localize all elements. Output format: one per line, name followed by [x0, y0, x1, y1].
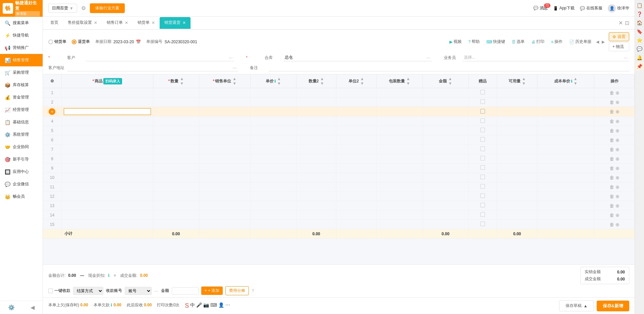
- delete-icon[interactable]: 🗑: [609, 203, 614, 208]
- right-panel-message-icon[interactable]: 💬: [635, 45, 644, 53]
- th-settings[interactable]: ⚙: [43, 74, 61, 88]
- tab-sales-return[interactable]: 销货退货 ✕: [160, 17, 191, 29]
- payment-checkbox-box[interactable]: [48, 289, 53, 293]
- settings-bottom-icon[interactable]: ⚙️: [8, 304, 15, 311]
- user-area[interactable]: 👤 徐泽华: [608, 4, 629, 12]
- gift-checkbox[interactable]: [480, 203, 485, 207]
- save-new-btn[interactable]: 保存&新增: [597, 301, 629, 311]
- copy-icon[interactable]: ⊕: [615, 184, 620, 190]
- tab-close-order[interactable]: ✕: [125, 20, 128, 25]
- delete-icon[interactable]: 🗑: [609, 166, 614, 171]
- sidebar-item-wechat[interactable]: 💬 企业微信: [0, 178, 43, 190]
- delete-icon[interactable]: 🗑: [609, 212, 614, 218]
- right-panel-bookmark-icon[interactable]: 🔖: [635, 27, 644, 36]
- right-panel-home-icon[interactable]: 🏠: [635, 19, 644, 27]
- delete-icon[interactable]: 🗑: [609, 194, 614, 199]
- radio-return-bill[interactable]: 退货单: [72, 39, 90, 45]
- customer-dots-icon[interactable]: ···: [229, 55, 233, 60]
- sidebar-item-apps[interactable]: 🔲 应用中心: [0, 166, 43, 178]
- scan-btn[interactable]: 扫码录入: [103, 78, 122, 84]
- tab-sales-order[interactable]: 销售订单 ✕: [102, 17, 133, 29]
- delete-icon[interactable]: 🗑: [609, 119, 614, 124]
- calendar-icon[interactable]: 📅: [136, 40, 141, 44]
- right-panel-bell-icon[interactable]: 🔔: [635, 54, 644, 62]
- sidebar-item-inventory[interactable]: 📦 库存核算: [0, 79, 43, 91]
- logistics-btn[interactable]: + 物流: [609, 42, 629, 51]
- copy-icon[interactable]: ⊕: [615, 222, 620, 227]
- delete-icon[interactable]: 🗑: [609, 156, 614, 162]
- payment-checkbox[interactable]: 一键收款: [48, 288, 70, 294]
- toolbar-operation[interactable]: ≡ 操作: [549, 38, 565, 46]
- copy-icon[interactable]: ⊕: [615, 100, 620, 105]
- right-panel-help-icon[interactable]: ❓: [635, 10, 644, 18]
- delete-icon[interactable]: 🗑: [609, 109, 614, 114]
- right-panel-doc-icon[interactable]: 📋: [635, 1, 644, 9]
- tab-close-price[interactable]: ✕: [94, 20, 97, 25]
- product-input[interactable]: [64, 108, 151, 115]
- toolbar-history[interactable]: 📄 历史单据: [567, 38, 593, 46]
- gift-checkbox[interactable]: [480, 212, 485, 217]
- gift-checkbox[interactable]: [480, 137, 485, 142]
- gift-checkbox[interactable]: [480, 193, 485, 198]
- remark-input[interactable]: [269, 64, 629, 71]
- sidebar-item-enterprise[interactable]: 🤝 企业协同: [0, 141, 43, 153]
- fee-help-icon[interactable]: ?: [252, 289, 254, 293]
- sidebar-item-purchase[interactable]: 🛒 采购管理: [0, 66, 43, 79]
- industry-select[interactable]: 日用百货 ▼: [48, 4, 77, 13]
- warehouse-input[interactable]: 总仓 ···: [283, 54, 431, 61]
- gift-checkbox[interactable]: [480, 128, 485, 132]
- bank-select[interactable]: 账号: [125, 287, 152, 295]
- copy-icon[interactable]: ⊕: [615, 90, 620, 96]
- tab-close-return[interactable]: ✕: [182, 20, 186, 25]
- staff-input[interactable]: 选择... ···: [463, 54, 629, 61]
- sidebar-item-operation[interactable]: 📈 经营管理: [0, 104, 43, 116]
- gift-checkbox-active[interactable]: [480, 109, 485, 114]
- sidebar-item-search[interactable]: 🔍 搜索菜单: [0, 17, 43, 29]
- delete-icon[interactable]: 🗑: [609, 128, 614, 133]
- tab-home[interactable]: 首页: [46, 17, 63, 29]
- address-input[interactable]: ···: [67, 64, 238, 71]
- right-panel-star-icon[interactable]: ⭐: [635, 36, 644, 44]
- delete-icon[interactable]: 🗑: [609, 137, 614, 143]
- delete-icon[interactable]: 🗑: [609, 100, 614, 105]
- copy-icon[interactable]: ⊕: [615, 137, 620, 143]
- gift-checkbox[interactable]: [480, 165, 485, 170]
- toolbar-video[interactable]: ▶ 视频: [447, 38, 464, 46]
- copy-icon[interactable]: ⊕: [615, 128, 620, 133]
- gift-checkbox[interactable]: [480, 118, 485, 123]
- delete-icon[interactable]: 🗑: [609, 222, 614, 227]
- settings-btn[interactable]: ⚙ 设置: [609, 32, 629, 41]
- customer-input[interactable]: ···: [86, 54, 234, 61]
- toolbar-shortcut[interactable]: ⌨ 快捷键: [484, 38, 507, 46]
- notification-area[interactable]: 💬 消息 70: [533, 5, 547, 11]
- sidebar-item-basic[interactable]: 📋 基础信息: [0, 116, 43, 128]
- fee-split-btn[interactable]: 费用分摊: [225, 286, 249, 295]
- sidebar-item-marketing[interactable]: 📢 营销推广: [0, 42, 43, 54]
- sidebar-item-newguide[interactable]: 🎯 新手引导: [0, 153, 43, 166]
- nav-next-icon[interactable]: ▶: [602, 40, 605, 44]
- sidebar-item-shortcut[interactable]: ⚡ 快捷导航: [0, 29, 43, 42]
- gift-checkbox[interactable]: [480, 175, 485, 179]
- copy-icon[interactable]: ⊕: [615, 156, 620, 162]
- collapse-icon[interactable]: ◀: [31, 304, 35, 311]
- experience-btn[interactable]: 体验行业方案: [90, 3, 125, 13]
- toolbar-print[interactable]: 🖨 打印: [529, 38, 546, 46]
- close-window-icon[interactable]: ✕: [619, 20, 623, 26]
- delete-icon[interactable]: 🗑: [609, 90, 614, 96]
- delete-icon[interactable]: 🗑: [609, 147, 614, 152]
- sidebar-item-system[interactable]: ⚙️ 系统管理: [0, 128, 43, 141]
- save-draft-btn[interactable]: 保存草稿 ▲: [559, 300, 594, 311]
- maximize-icon[interactable]: ⊡: [625, 20, 629, 26]
- copy-icon[interactable]: ⊕: [615, 212, 620, 218]
- online-service[interactable]: 💬 在线客服: [580, 5, 602, 11]
- gift-checkbox[interactable]: [480, 222, 485, 226]
- sidebar-item-member[interactable]: 👑 畅会员: [0, 190, 43, 203]
- copy-icon[interactable]: ⊕: [615, 166, 620, 171]
- sidebar-item-finance[interactable]: 💰 资金管理: [0, 91, 43, 104]
- toolbar-select[interactable]: ☰ 选单: [510, 38, 527, 46]
- address-dots-icon[interactable]: ···: [233, 65, 237, 70]
- tab-price-settings[interactable]: 售价提取设置 ✕: [63, 17, 102, 29]
- copy-icon[interactable]: ⊕: [615, 175, 620, 180]
- copy-icon[interactable]: ⊕: [615, 147, 620, 152]
- gift-checkbox[interactable]: [480, 90, 485, 95]
